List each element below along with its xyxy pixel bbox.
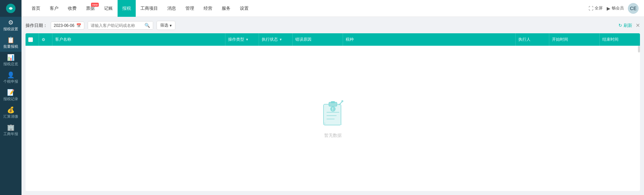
sidebar-item-label: 批量报税 bbox=[3, 44, 18, 49]
close-button[interactable]: ✕ bbox=[636, 22, 640, 29]
nav-item-guanli[interactable]: 管理 bbox=[181, 0, 199, 17]
th-operation-type[interactable]: 操作类型 ▼ bbox=[225, 33, 259, 46]
new-badge: new bbox=[91, 3, 99, 7]
sidebar-item-baoshui-zonlan[interactable]: 📊 报税总览 bbox=[0, 52, 22, 69]
svg-text:!: ! bbox=[332, 107, 333, 112]
search-input[interactable] bbox=[88, 22, 142, 29]
batch-tax-icon: 📋 bbox=[7, 37, 14, 43]
nav-item-jingying[interactable]: 经营 bbox=[199, 0, 217, 17]
member-button[interactable]: ▶ 畅会员 bbox=[607, 5, 624, 11]
page-content: 操作日期： 2023-06-06 📅 🔍 筛选 ▾ ↻ 刷新 ✕ bbox=[22, 17, 644, 195]
sidebar-item-label: 汇算清缴 bbox=[3, 114, 18, 119]
main-content: 首页 客户 收费 票据 new 记账 报税 工商项目 消息 管理 经营 服务 设… bbox=[22, 0, 644, 195]
th-start-time: 开始时间 bbox=[549, 33, 600, 46]
sidebar-item-piliang-baoshui[interactable]: 📋 批量报税 bbox=[0, 34, 22, 52]
date-picker[interactable]: 2023-06-06 📅 bbox=[51, 22, 84, 30]
th-end-time: 结束时间 bbox=[600, 33, 640, 46]
th-exec-status[interactable]: 执行状态 ▼ bbox=[259, 33, 293, 46]
record-icon: 📝 bbox=[7, 89, 14, 95]
nav-item-kehu[interactable]: 客户 bbox=[45, 0, 63, 17]
sidebar-item-gongshang[interactable]: 🏢 工商年报 bbox=[0, 122, 22, 139]
refresh-button[interactable]: ↻ 刷新 bbox=[618, 23, 632, 29]
sidebar-logo bbox=[0, 0, 22, 17]
search-button[interactable]: 🔍 bbox=[142, 22, 153, 29]
filter-button[interactable]: 筛选 ▾ bbox=[157, 21, 175, 30]
user-avatar[interactable]: CE bbox=[628, 3, 639, 14]
date-label: 操作日期： bbox=[26, 23, 47, 29]
personal-tax-icon: 👤 bbox=[7, 72, 14, 78]
nav-item-fuwu[interactable]: 服务 bbox=[217, 0, 235, 17]
data-table: ⚙ 客户名称 操作类型 ▼ 执行状态 ▼ 错误原因 税种 bbox=[26, 33, 640, 191]
sort-icon: ▼ bbox=[246, 38, 249, 41]
annual-report-icon: 🏢 bbox=[7, 124, 14, 130]
sidebar-item-label: 报税总览 bbox=[3, 62, 18, 67]
th-executor: 执行人 bbox=[516, 33, 549, 46]
sidebar-item-label: 个税申报 bbox=[3, 79, 18, 84]
nav-item-xiaoxi[interactable]: 消息 bbox=[163, 0, 181, 17]
select-all-checkbox[interactable] bbox=[28, 37, 33, 42]
date-value: 2023-06-06 bbox=[54, 23, 74, 28]
sidebar-item-label: 工商年报 bbox=[3, 131, 18, 136]
topnav-right-area: ⛶ 全屏 ▶ 畅会员 CE bbox=[589, 3, 639, 14]
svg-rect-3 bbox=[331, 101, 335, 103]
sidebar-item-label: 报税设置 bbox=[3, 27, 18, 32]
nav-item-jizhang[interactable]: 记账 bbox=[99, 0, 118, 17]
toolbar: 操作日期： 2023-06-06 📅 🔍 筛选 ▾ ↻ 刷新 ✕ bbox=[26, 21, 640, 30]
empty-text: 暂无数据 bbox=[324, 132, 342, 139]
member-icon: ▶ bbox=[607, 6, 610, 11]
fullscreen-button[interactable]: ⛶ 全屏 bbox=[589, 5, 603, 11]
sidebar-item-huisuan[interactable]: 💰 汇算清缴 bbox=[0, 104, 22, 122]
settlement-icon: 💰 bbox=[7, 107, 14, 113]
sidebar-item-baoshui-shezhi[interactable]: ⚙ 报税设置 bbox=[0, 17, 22, 34]
th-customer-name: 客户名称 bbox=[52, 33, 225, 46]
nav-item-gongshang[interactable]: 工商项目 bbox=[136, 0, 163, 17]
fullscreen-icon: ⛶ bbox=[589, 6, 593, 11]
svg-point-10 bbox=[341, 100, 343, 102]
sidebar-item-label: 报税记录 bbox=[3, 96, 18, 102]
th-checkbox[interactable] bbox=[26, 33, 39, 46]
svg-point-11 bbox=[324, 122, 326, 124]
gear-icon: ⚙ bbox=[42, 37, 45, 42]
empty-illustration: ! bbox=[319, 98, 346, 128]
nav-item-baoshui[interactable]: 报税 bbox=[118, 0, 136, 17]
sidebar-item-baoshui-jilu[interactable]: 📝 报税记录 bbox=[0, 87, 22, 104]
calendar-icon: 📅 bbox=[76, 23, 81, 28]
refresh-icon: ↻ bbox=[618, 23, 622, 28]
th-settings[interactable]: ⚙ bbox=[39, 33, 52, 46]
chevron-down-icon: ▾ bbox=[170, 23, 172, 28]
th-tax-type: 税种 bbox=[343, 33, 516, 46]
nav-item-shezhi[interactable]: 设置 bbox=[235, 0, 253, 17]
empty-state: ! 暂无数据 bbox=[319, 98, 346, 139]
sort-icon-2: ▼ bbox=[279, 38, 283, 41]
nav-item-piaoju[interactable]: 票据 new bbox=[81, 0, 99, 17]
table-body: ! 暂无数据 bbox=[26, 46, 640, 191]
table-header: ⚙ 客户名称 操作类型 ▼ 执行状态 ▼ 错误原因 税种 bbox=[26, 33, 640, 46]
overview-icon: 📊 bbox=[7, 54, 14, 61]
sidebar: ⚙ 报税设置 📋 批量报税 📊 报税总览 👤 个税申报 📝 报税记录 💰 汇算清… bbox=[0, 0, 22, 195]
top-navigation: 首页 客户 收费 票据 new 记账 报税 工商项目 消息 管理 经营 服务 设… bbox=[22, 0, 644, 17]
toolbar-right: ↻ 刷新 ✕ bbox=[618, 22, 640, 29]
nav-item-shouye[interactable]: 首页 bbox=[27, 0, 45, 17]
nav-item-shoufei[interactable]: 收费 bbox=[63, 0, 81, 17]
scrollbar[interactable] bbox=[638, 46, 640, 52]
svg-point-12 bbox=[341, 124, 342, 125]
search-box: 🔍 bbox=[88, 21, 153, 30]
sidebar-item-geshui[interactable]: 👤 个税申报 bbox=[0, 69, 22, 87]
settings-icon: ⚙ bbox=[8, 20, 13, 26]
th-error-reason: 错误原因 bbox=[293, 33, 343, 46]
